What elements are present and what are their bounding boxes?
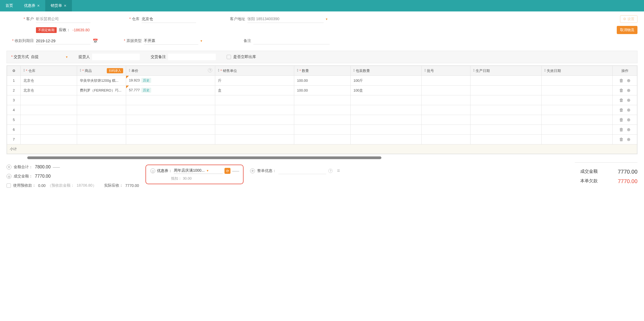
col-product[interactable]: 商品扫码录入 [77, 66, 126, 76]
coupon-select[interactable]: 周年店庆满1000... ▾ [174, 168, 223, 174]
customer-select[interactable]: 昕乐贸易公司 [36, 16, 90, 23]
col-unit[interactable]: 销售单位 [215, 66, 294, 76]
remark-input[interactable] [253, 38, 330, 44]
cancel-logistics-button[interactable]: 取消物流 [617, 26, 637, 34]
delete-icon[interactable]: 🗑 [619, 78, 624, 83]
col-pack-qty[interactable]: 包装数量 [351, 66, 422, 76]
add-icon[interactable]: ⊕ [627, 78, 630, 83]
delete-icon[interactable]: 🗑 [619, 137, 624, 142]
delete-icon[interactable]: 🗑 [619, 88, 624, 93]
cell-qty[interactable]: 100.00 [294, 86, 351, 95]
instant-out-checkbox[interactable] [227, 55, 231, 59]
cell-unit[interactable]: 斤 [215, 76, 294, 86]
cell-qty[interactable] [294, 95, 351, 105]
cell-unit[interactable] [215, 135, 294, 144]
cell-product[interactable] [77, 135, 126, 144]
add-icon[interactable]: ⊕ [627, 108, 630, 112]
settings-button[interactable]: ⚙ 设置 [620, 15, 637, 23]
cell-unit[interactable] [215, 125, 294, 135]
scan-badge[interactable]: 扫码录入 [107, 68, 123, 73]
col-qty[interactable]: 数量 [294, 66, 351, 76]
add-icon[interactable]: ⊕ [627, 117, 630, 122]
cell-pack[interactable] [351, 95, 422, 105]
cell-qty[interactable] [294, 105, 351, 115]
tab-coupon[interactable]: 优惠券✕ [19, 0, 45, 11]
chevron-down-icon[interactable]: ▾ [201, 39, 202, 43]
close-icon[interactable]: ✕ [37, 4, 40, 8]
table-row[interactable]: 6 🗑 ⊕ [7, 125, 637, 135]
cell-pack[interactable] [351, 105, 422, 115]
add-icon[interactable]: ⊕ [627, 98, 630, 102]
table-row[interactable]: 1 北京仓 华美华夫软饼1200g 糕... 19.923历史 斤 100.00… [7, 76, 637, 86]
cell-product[interactable] [77, 125, 126, 135]
table-row[interactable]: 2 北京仓 费列罗（FERRERO）巧... 57.777历史 盒 100.00… [7, 86, 637, 95]
price-cell[interactable]: 19.923历史 [126, 76, 215, 86]
use-prepay-checkbox[interactable] [7, 183, 11, 188]
tab-sales-order[interactable]: 销货单✕ [45, 0, 72, 11]
cell-warehouse[interactable] [21, 95, 77, 105]
invoice-type-select[interactable]: 不开票 [144, 37, 198, 45]
cell-warehouse[interactable]: 北京仓 [21, 76, 77, 86]
cell-unit[interactable] [215, 115, 294, 125]
calendar-icon[interactable]: 📅 [93, 38, 98, 44]
price-cell[interactable]: 57.777历史 [126, 86, 215, 95]
cell-pack[interactable] [351, 135, 422, 144]
col-warehouse[interactable]: 仓库 [21, 66, 77, 76]
cell-warehouse[interactable] [21, 105, 77, 115]
cell-product[interactable]: 华美华夫软饼1200g 糕... [77, 76, 126, 86]
settings-col[interactable]: ⚙ [7, 66, 21, 76]
add-icon[interactable]: ⊕ [627, 88, 630, 93]
table-row[interactable]: 3 🗑 ⊕ [7, 95, 637, 105]
order-discount-input[interactable] [278, 167, 326, 174]
cell-warehouse[interactable]: 北京仓 [21, 86, 77, 95]
cell-unit[interactable] [215, 95, 294, 105]
help-icon[interactable]: ? [208, 68, 212, 72]
delete-icon[interactable]: 🗑 [619, 127, 624, 132]
chevron-down-icon[interactable]: ▾ [66, 55, 68, 59]
table-row[interactable]: 5 🗑 ⊕ [7, 115, 637, 125]
cell-pack[interactable] [351, 125, 422, 135]
picker-input[interactable] [92, 54, 140, 60]
delivery-remark-input[interactable] [168, 54, 216, 60]
add-icon[interactable]: ⊕ [627, 137, 630, 142]
cell-warehouse[interactable] [21, 115, 77, 125]
cell-unit[interactable] [215, 105, 294, 115]
col-exp-date[interactable]: 失效日期 [541, 66, 612, 76]
chevron-down-icon: ▾ [207, 169, 208, 172]
table-row[interactable]: 4 🗑 ⊕ [7, 105, 637, 115]
add-icon[interactable]: ⊕ [627, 127, 630, 132]
cell-qty[interactable] [294, 115, 351, 125]
tab-home[interactable]: 首页 [0, 0, 19, 11]
delete-icon[interactable]: 🗑 [619, 108, 624, 112]
refresh-coupon-button[interactable]: ⟳ [224, 168, 230, 174]
cell-product[interactable] [77, 115, 126, 125]
cell-product[interactable] [77, 105, 126, 115]
table-row[interactable]: 7 🗑 ⊕ [7, 135, 637, 144]
delete-icon[interactable]: 🗑 [619, 98, 624, 102]
delete-icon[interactable]: 🗑 [619, 117, 624, 122]
chevron-down-icon[interactable]: ▾ [326, 17, 327, 21]
cell-pack[interactable]: 100盒 [351, 86, 422, 95]
delivery-method-select[interactable]: 自提 [31, 54, 64, 59]
cell-unit[interactable]: 盒 [215, 86, 294, 95]
col-batch[interactable]: 批号 [422, 66, 470, 76]
cell-product[interactable] [77, 95, 126, 105]
address-select[interactable]: 张阳 18513400390 [247, 16, 324, 23]
horizontal-scrollbar[interactable] [27, 156, 381, 159]
deal-value: 7770.00 [35, 174, 51, 179]
cell-qty[interactable] [294, 125, 351, 135]
cell-pack[interactable]: 100斤 [351, 76, 422, 86]
cell-qty[interactable]: 100.00 [294, 76, 351, 86]
cell-product[interactable]: 费列罗（FERRERO）巧... [77, 86, 126, 95]
due-date-input[interactable]: 2019-12-29 [36, 38, 90, 44]
cell-pack[interactable] [351, 115, 422, 125]
col-prod-date[interactable]: 生产日期 [470, 66, 541, 76]
cell-warehouse[interactable] [21, 125, 77, 135]
cell-qty[interactable] [294, 135, 351, 144]
warehouse-select[interactable]: 北京仓 [142, 16, 196, 23]
table-header-row: ⚙ 仓库 商品扫码录入 单价? 销售单位 数量 包装数量 批号 生产日期 失效日… [7, 66, 637, 76]
help-icon[interactable]: ? [328, 169, 333, 173]
col-price[interactable]: 单价? [126, 66, 215, 76]
close-icon[interactable]: ✕ [64, 4, 66, 8]
cell-warehouse[interactable] [21, 135, 77, 144]
